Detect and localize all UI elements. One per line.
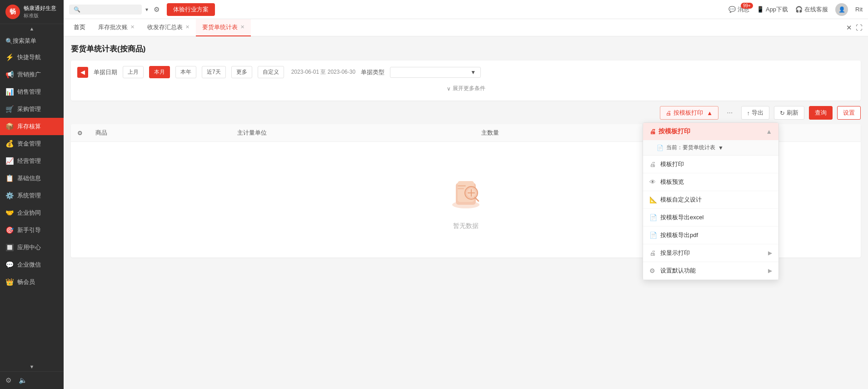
export-pdf-icon: 📄 xyxy=(649,232,657,239)
tab-home-label: 首页 xyxy=(74,23,85,31)
sidebar-item-guide[interactable]: 🎯 新手引导 xyxy=(0,222,64,239)
topbar-gear-icon[interactable]: ⚙ xyxy=(154,5,160,14)
filter-collapse-btn[interactable]: ◀ xyxy=(77,67,88,78)
page-title: 要货单统计表(按商品) xyxy=(71,44,861,54)
wechat-icon: 💬 xyxy=(5,261,14,269)
sidebar-item-label: 快捷导航 xyxy=(17,53,41,61)
print-dropdown-title: 🖨 按模板打印 xyxy=(649,127,690,136)
print-template-btn[interactable]: 🖨 按模板打印 ▲ xyxy=(660,106,718,120)
topbar: 🔍 ▾ ⚙ 体验行业方案 💬 消息 99+ 📱 App下载 🎧 在线客服 xyxy=(64,0,868,19)
sidebar-item-member[interactable]: 👑 畅会员 xyxy=(0,273,64,291)
sidebar-item-purchase[interactable]: 🛒 采购管理 xyxy=(0,101,64,118)
expand-more-btn[interactable]: ∨ 展开更多条件 xyxy=(77,82,854,95)
tab-collection-label: 收发存汇总表 xyxy=(147,23,183,31)
date-filter-label: 单据日期 xyxy=(94,68,117,76)
tab-collection-close[interactable]: ✕ xyxy=(185,24,190,30)
sidebar-item-quick-nav[interactable]: ⚡ 快捷导航 xyxy=(0,49,64,66)
sidebar-scroll-down[interactable]: ▼ xyxy=(0,362,64,371)
settings-btn[interactable]: 设置 xyxy=(837,106,861,120)
date-btn-more[interactable]: 更多 xyxy=(231,66,252,78)
tab-batch-close[interactable]: ✕ xyxy=(130,24,135,30)
finance-icon: 💰 xyxy=(5,140,14,148)
topbar-dropdown[interactable]: ▾ xyxy=(145,6,148,13)
settings-footer-icon[interactable]: ⚙ xyxy=(5,376,11,384)
topbar-online-service[interactable]: 🎧 在线客服 xyxy=(795,5,828,14)
sidebar-footer: ⚙ 🔈 xyxy=(0,371,64,389)
sidebar-item-sales[interactable]: 📊 销售管理 xyxy=(0,83,64,101)
dropdown-item-template-print[interactable]: 🖨 模板打印 xyxy=(643,156,778,173)
sidebar-item-finance[interactable]: 💰 资金管理 xyxy=(0,135,64,152)
tab-order-stats[interactable]: 要货单统计表 ✕ xyxy=(196,19,251,36)
template-print-label: 模板打印 xyxy=(660,160,684,168)
dropdown-item-export-pdf[interactable]: 📄 按模板导出pdf xyxy=(643,227,778,244)
sidebar-item-marketing[interactable]: 📢 营销推广 xyxy=(0,66,64,83)
topbar-app-download[interactable]: 📱 App下载 xyxy=(757,5,788,14)
date-btn-current-year[interactable]: 本年 xyxy=(175,66,196,78)
sidebar-item-label: 销售管理 xyxy=(17,88,41,96)
apps-icon: 🔲 xyxy=(5,243,14,252)
sidebar: 畅 畅康通好生意 标准版 ▲ 🔍 搜索菜单 ⚡ 快捷导航 📢 营销推广 📊 销售… xyxy=(0,0,64,389)
empty-icon xyxy=(443,169,489,215)
col-unit-header: 主计量单位 xyxy=(231,124,475,142)
tab-batch-label: 库存批次账 xyxy=(98,23,128,31)
date-range-display: 2023-06-01 至 2023-06-30 xyxy=(291,68,355,76)
sidebar-item-label: 基础信息 xyxy=(17,174,41,182)
order-type-dropdown-icon: ▼ xyxy=(470,69,476,76)
sidebar-search[interactable]: 🔍 搜索菜单 xyxy=(0,33,64,49)
tabbar-close-all-btn[interactable]: ✕ xyxy=(844,22,854,34)
print-dropdown-current-template[interactable]: 📄 当前：要货单统计表 ▼ xyxy=(643,140,778,156)
tab-batch-accounts[interactable]: 库存批次账 ✕ xyxy=(92,19,141,36)
sidebar-item-inventory[interactable]: 📦 库存核算 xyxy=(0,118,64,135)
sidebar-item-collab[interactable]: 🤝 企业协同 xyxy=(0,204,64,222)
template-preview-label: 模板预览 xyxy=(660,178,684,186)
col-settings-header[interactable]: ⚙ xyxy=(71,124,89,142)
order-type-label: 单据类型 xyxy=(361,68,384,76)
tab-home[interactable]: 首页 xyxy=(67,19,92,36)
sidebar-item-label: 应用中心 xyxy=(17,243,41,252)
search-icon: 🔍 xyxy=(5,38,13,45)
date-btn-current-month[interactable]: 本月 xyxy=(149,66,170,78)
tabbar-expand-btn[interactable]: ⛶ xyxy=(854,22,864,33)
query-btn[interactable]: 查询 xyxy=(809,106,833,120)
sidebar-item-wechat[interactable]: 💬 企业微信 xyxy=(0,256,64,273)
export-btn[interactable]: ↑ 导出 xyxy=(741,106,770,120)
tab-order-label: 要货单统计表 xyxy=(202,23,238,31)
dropdown-item-display-print[interactable]: 🖨 按显示打印 ▶ xyxy=(643,244,778,262)
date-btn-prev-month[interactable]: 上月 xyxy=(123,66,144,78)
print-dropdown-title-icon: 🖨 xyxy=(649,128,656,135)
default-func-left: ⚙ 设置默认功能 xyxy=(649,267,696,275)
sound-footer-icon[interactable]: 🔈 xyxy=(19,376,27,384)
username-label: Rit xyxy=(855,6,863,13)
sidebar-item-basic[interactable]: 📋 基础信息 xyxy=(0,170,64,187)
print-dropdown-close-btn[interactable]: ▲ xyxy=(766,128,772,135)
refresh-btn[interactable]: ↻ 刷新 xyxy=(774,106,804,120)
print-dropdown: 🖨 按模板打印 ▲ 📄 当前：要货单统计表 ▼ 🖨 模板打印 xyxy=(643,122,779,280)
date-btn-last-7-days[interactable]: 近7天 xyxy=(202,66,226,78)
topbar-search-box[interactable]: 🔍 xyxy=(69,5,142,15)
sidebar-item-operations[interactable]: 📈 经营管理 xyxy=(0,152,64,170)
date-btn-custom[interactable]: 自定义 xyxy=(258,66,284,78)
template-custom-label: 模板自定义设计 xyxy=(660,196,702,204)
display-print-label: 按显示打印 xyxy=(660,249,690,257)
sidebar-item-label: 库存核算 xyxy=(17,122,41,131)
online-service-label: 在线客服 xyxy=(804,5,828,14)
sidebar-scroll-up[interactable]: ▲ xyxy=(0,24,64,33)
dropdown-item-template-preview[interactable]: 👁 模板预览 xyxy=(643,173,778,191)
dropdown-item-export-excel[interactable]: 📄 按模板导出excel xyxy=(643,209,778,227)
operations-icon: 📈 xyxy=(5,157,14,165)
topbar-messages[interactable]: 💬 消息 99+ xyxy=(728,5,749,14)
order-type-select[interactable]: ▼ xyxy=(390,67,481,78)
dropdown-item-default-func[interactable]: ⚙ 设置默认功能 ▶ xyxy=(643,262,778,280)
toolbar-more-icon[interactable]: ··· xyxy=(723,107,736,119)
experience-btn[interactable]: 体验行业方案 xyxy=(167,3,215,16)
user-avatar[interactable]: 👤 xyxy=(835,3,848,16)
sidebar-item-system[interactable]: ⚙️ 系统管理 xyxy=(0,187,64,204)
dropdown-item-template-custom[interactable]: 📐 模板自定义设计 xyxy=(643,191,778,209)
tab-collection-summary[interactable]: 收发存汇总表 ✕ xyxy=(141,19,196,36)
default-func-icon: ⚙ xyxy=(649,267,657,274)
table-settings-icon[interactable]: ⚙ xyxy=(77,130,83,136)
sidebar-logo: 畅 畅康通好生意 标准版 xyxy=(0,0,64,24)
tab-order-close[interactable]: ✕ xyxy=(240,24,244,30)
sidebar-item-apps[interactable]: 🔲 应用中心 xyxy=(0,239,64,256)
sidebar-item-label: 新手引导 xyxy=(17,226,41,234)
